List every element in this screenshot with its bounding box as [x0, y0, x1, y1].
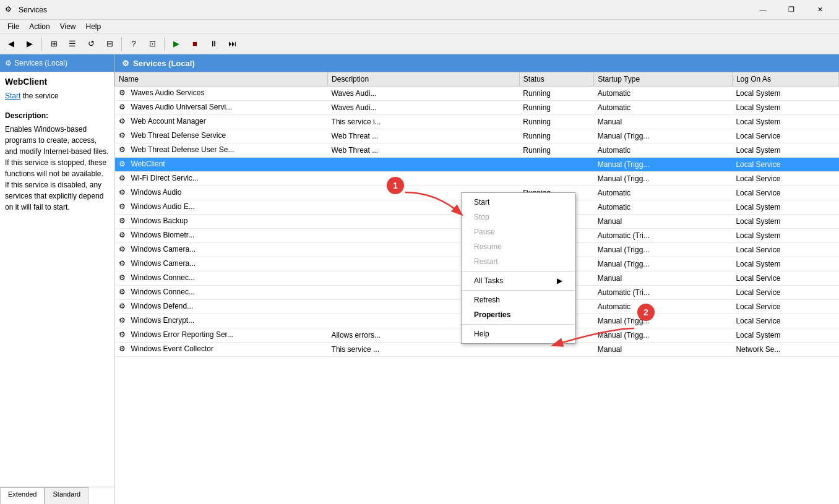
maximize-button[interactable]: ❐: [777, 0, 806, 20]
forward-button[interactable]: ▶: [21, 36, 38, 52]
toolbar: ◀ ▶ ⊞ ☰ ↺ ⊟ ? ⊡ ▶ ■ ⏸ ⏭: [0, 33, 839, 54]
service-status: Running: [519, 101, 593, 115]
service-status: Running: [519, 129, 593, 143]
menu-view[interactable]: View: [55, 21, 81, 32]
service-logon: Local Service: [732, 314, 838, 328]
right-panel-header-icon: ⚙: [122, 59, 129, 68]
service-logon: Local System: [732, 200, 838, 215]
service-startup: Manual (Trigg...: [594, 314, 733, 328]
service-icon: ⚙: [119, 103, 129, 113]
table-row[interactable]: ⚙Web Account ManagerThis service i...Run…: [115, 115, 839, 129]
toolbar-sep-2: [121, 37, 122, 51]
context-menu-item-refresh[interactable]: Refresh: [462, 293, 575, 307]
service-startup: Automatic: [594, 143, 733, 158]
service-logon: Local Service: [732, 271, 838, 286]
service-startup: Manual (Trigg...: [594, 129, 733, 143]
service-icon: ⚙: [119, 302, 129, 312]
up-button[interactable]: ☰: [64, 36, 81, 52]
col-header-status[interactable]: Status: [519, 72, 593, 87]
menu-action[interactable]: Action: [24, 21, 54, 32]
service-icon: ⚙: [119, 188, 129, 198]
service-logon: Local System: [732, 143, 838, 158]
col-header-logon[interactable]: Log On As: [732, 72, 838, 87]
window-title: Services: [19, 6, 749, 14]
service-startup: Manual: [594, 215, 733, 229]
service-startup: Automatic: [594, 87, 733, 101]
tab-standard[interactable]: Standard: [45, 487, 88, 504]
left-panel-header-text: Services (Local): [14, 59, 67, 67]
show-hide-console-tree-button[interactable]: ⊞: [45, 36, 62, 52]
service-desc: This service ...: [328, 343, 520, 357]
service-status: Running: [519, 143, 593, 158]
service-logon: Local Service: [732, 172, 838, 186]
col-header-description[interactable]: Description: [328, 72, 520, 87]
service-desc: Web Threat ...: [328, 129, 520, 143]
start-service-link[interactable]: Start: [5, 92, 20, 100]
annotation-1-label: 1: [393, 181, 398, 190]
context-menu[interactable]: StartStopPauseResumeRestartAll Tasks▶Ref…: [461, 192, 575, 344]
service-name-text: Windows Audio E...: [131, 202, 195, 211]
ctx-item-label: All Tasks: [474, 276, 503, 285]
annotation-2: 2: [637, 304, 655, 321]
close-button[interactable]: ✕: [806, 0, 834, 20]
back-button[interactable]: ◀: [2, 36, 20, 52]
right-panel-header: ⚙ Services (Local): [114, 54, 839, 72]
service-name-text: Web Threat Defense Service: [131, 131, 226, 140]
service-startup: Manual (Trigg...: [594, 257, 733, 271]
service-icon: ⚙: [119, 145, 129, 155]
service-icon: ⚙: [119, 273, 129, 283]
service-logon: Local Service: [732, 158, 838, 172]
table-wrapper: Name Description Status Startup Type Log…: [114, 72, 839, 357]
tab-extended[interactable]: Extended: [0, 487, 45, 504]
minimize-button[interactable]: —: [749, 0, 777, 20]
start-service-line: Start the service: [5, 92, 109, 100]
table-row[interactable]: ⚙Wi-Fi Direct Servic...Manual (Trigg...L…: [115, 172, 839, 186]
table-row[interactable]: ⚙Windows Event CollectorThis service ...…: [115, 343, 839, 357]
service-name-text: Windows Defend...: [131, 302, 194, 310]
menu-file[interactable]: File: [2, 21, 24, 32]
export-button[interactable]: ⊟: [101, 36, 118, 52]
context-menu-item-start[interactable]: Start: [462, 195, 575, 210]
service-name-text: Wi-Fi Direct Servic...: [131, 174, 199, 182]
service-icon: ⚙: [119, 288, 129, 297]
table-row[interactable]: ⚙WebClientManual (Trigg...Local Service: [115, 158, 839, 172]
service-name-text: Windows Camera...: [131, 259, 196, 268]
service-icon: ⚙: [119, 88, 129, 98]
context-menu-item-help[interactable]: Help: [462, 327, 575, 341]
table-row[interactable]: ⚙Waves Audio Universal Servi...Waves Aud…: [115, 101, 839, 115]
service-startup: Manual (Trigg...: [594, 243, 733, 257]
col-header-startup[interactable]: Startup Type: [594, 72, 733, 87]
services-table-container[interactable]: Name Description Status Startup Type Log…: [114, 72, 839, 504]
context-menu-item-properties[interactable]: Properties: [462, 307, 575, 322]
stop-service-button[interactable]: ■: [186, 36, 204, 52]
toolbar-sep-3: [164, 37, 165, 51]
service-desc: This service i...: [328, 115, 520, 129]
table-row[interactable]: ⚙Web Threat Defense User Se...Web Threat…: [115, 143, 839, 158]
context-menu-item-all-tasks[interactable]: All Tasks▶: [462, 273, 575, 288]
menu-help[interactable]: Help: [81, 21, 106, 32]
help-button[interactable]: ?: [125, 36, 142, 52]
annotation-1: 1: [387, 177, 404, 194]
start-service-button[interactable]: ▶: [168, 36, 185, 52]
service-logon: Local System: [732, 328, 838, 343]
service-name-text: Windows Backup: [131, 216, 188, 225]
col-header-name[interactable]: Name: [115, 72, 328, 87]
service-logon: Local Service: [732, 129, 838, 143]
service-icon: ⚙: [119, 344, 129, 354]
service-icon: ⚙: [119, 117, 129, 127]
service-desc: [328, 172, 520, 186]
service-startup: Automatic: [594, 101, 733, 115]
service-logon: Local System: [732, 215, 838, 229]
table-row[interactable]: ⚙Waves Audio ServicesWaves Audi...Runnin…: [115, 87, 839, 101]
pause-service-button[interactable]: ⏸: [205, 36, 222, 52]
properties-button[interactable]: ⊡: [144, 36, 161, 52]
refresh-button[interactable]: ↺: [82, 36, 100, 52]
restart-service-button[interactable]: ⏭: [223, 36, 241, 52]
service-icon: ⚙: [119, 316, 129, 326]
service-startup: Manual (Trigg...: [594, 158, 733, 172]
service-icon: ⚙: [119, 231, 129, 241]
service-name-text: Web Threat Defense User Se...: [131, 145, 234, 154]
service-startup: Automatic: [594, 300, 733, 314]
table-row[interactable]: ⚙Web Threat Defense ServiceWeb Threat ..…: [115, 129, 839, 143]
service-name-text: Windows Connec...: [131, 273, 195, 282]
